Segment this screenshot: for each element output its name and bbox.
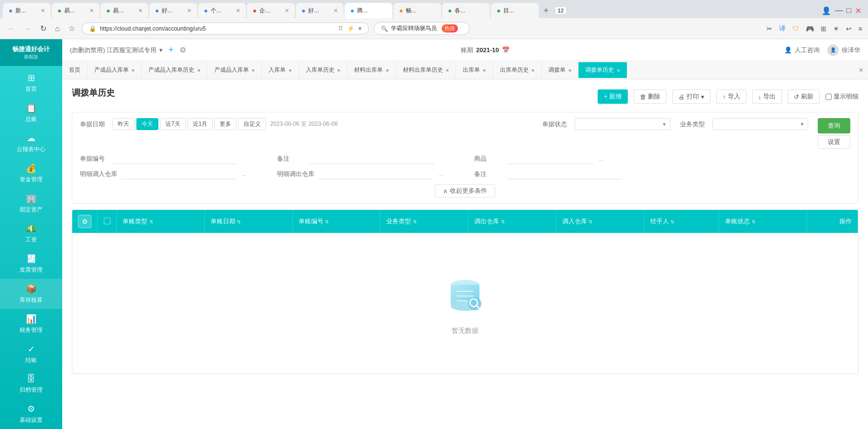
nav-tab-out[interactable]: 出库单 ×: [456, 62, 493, 78]
browser-tab-8[interactable]: ● 腾...: [345, 3, 392, 18]
in-warehouse-input[interactable]: [121, 169, 236, 179]
sidebar-item-archive[interactable]: 🗄 归档管理: [0, 369, 62, 399]
translate-icon[interactable]: 译: [779, 24, 786, 33]
browser-tab-3[interactable]: ● 易... ✕: [100, 3, 148, 18]
status-select[interactable]: ▾: [575, 118, 670, 130]
more-btn[interactable]: 更多: [214, 118, 236, 130]
sort-out-warehouse-icon[interactable]: ⇅: [501, 219, 505, 224]
out-warehouse-dots[interactable]: ...: [439, 171, 444, 177]
nav-tab-close-3[interactable]: ×: [252, 67, 255, 73]
scissors-icon[interactable]: ✂: [767, 25, 772, 33]
sidebar-item-inventory[interactable]: 📦 库存核算: [0, 279, 62, 309]
bookmark-button[interactable]: ☆: [67, 22, 77, 35]
nav-tab-close-7[interactable]: ×: [446, 67, 449, 73]
sort-biztype-icon[interactable]: ⇅: [413, 219, 417, 224]
company-select[interactable]: (勿删勿禁用) 江西服宝测试专用 ▾: [70, 46, 163, 55]
tab-close-6[interactable]: ✕: [285, 8, 289, 14]
col-type[interactable]: 单账类型 ⇅: [117, 210, 205, 233]
col-in-warehouse[interactable]: 调入仓库 ⇅: [556, 210, 644, 233]
brightness-icon[interactable]: ☀: [833, 25, 839, 33]
sidebar-item-home[interactable]: ⊞ 首页: [0, 68, 62, 98]
nav-tab-close-2[interactable]: ×: [197, 67, 200, 73]
sort-handler-icon[interactable]: ⇅: [670, 219, 674, 224]
nav-tab-home[interactable]: 首页: [62, 62, 88, 78]
browser-tab-10[interactable]: ● 各...: [442, 3, 490, 18]
delete-button[interactable]: 🗑 删除: [634, 89, 667, 104]
nav-tab-close-11[interactable]: ×: [617, 67, 620, 73]
sort-no-icon[interactable]: ⇅: [325, 219, 329, 224]
tab-close-7[interactable]: ✕: [334, 8, 338, 14]
home-button[interactable]: ⌂: [53, 22, 62, 35]
browser-tab-5[interactable]: ● 个... ✕: [198, 3, 246, 18]
nav-tab-close-4[interactable]: ×: [289, 67, 291, 73]
gamepad-icon[interactable]: 🎮: [806, 25, 814, 33]
col-date[interactable]: 单账日期 ⇅: [204, 210, 292, 233]
search-bar[interactable]: 🔍 学霸应聘场驱鸟员 热搜: [374, 22, 469, 35]
display-detail-checkbox[interactable]: [825, 94, 832, 100]
print-dropdown-icon[interactable]: ▾: [701, 93, 704, 100]
minimize-icon[interactable]: —: [835, 6, 843, 15]
biztype-select[interactable]: ▾: [712, 118, 808, 130]
sort-in-warehouse-icon[interactable]: ⇅: [589, 219, 592, 224]
dropdown-icon[interactable]: ▾: [358, 25, 362, 32]
browser-tab-1[interactable]: ● 新... ✕: [3, 3, 51, 18]
table-gear-button[interactable]: ⚙: [78, 215, 91, 228]
print-button[interactable]: 🖨 打印 ▾: [672, 89, 711, 104]
shield-icon[interactable]: 🛡: [792, 25, 799, 33]
nav-tab-close-9[interactable]: ×: [532, 67, 534, 73]
col-status[interactable]: 单账状态 ⇅: [719, 210, 807, 233]
undo-icon[interactable]: ↩: [846, 25, 852, 33]
forward-button[interactable]: →: [22, 22, 33, 35]
col-biztype[interactable]: 业务类型 ⇅: [380, 210, 468, 233]
col-handler[interactable]: 经手人 ⇅: [644, 210, 719, 233]
import-button[interactable]: ↑ 导入: [716, 89, 746, 104]
refresh-button[interactable]: ↻: [38, 22, 48, 35]
filter-settings-button[interactable]: 设置: [818, 135, 850, 149]
docno-input[interactable]: [112, 154, 237, 164]
nav-tab-production-in2[interactable]: 产成品入库单 ×: [208, 62, 262, 78]
back-button[interactable]: ←: [6, 22, 17, 35]
nav-tab-production-in-history[interactable]: 产成品入库单历史 ×: [142, 62, 207, 78]
calendar-icon[interactable]: 📅: [502, 46, 510, 54]
goods-input[interactable]: [507, 154, 593, 164]
address-bar[interactable]: 🔒 https://cloud.chanjet.com/accounting/u…: [82, 22, 369, 34]
custom-btn[interactable]: 自定义: [238, 118, 266, 130]
browser-tab-2[interactable]: ● 易... ✕: [52, 3, 100, 18]
col-out-warehouse[interactable]: 调出仓库 ⇅: [468, 210, 556, 233]
in-warehouse-dots[interactable]: ...: [242, 171, 246, 177]
today-btn[interactable]: 今天: [136, 118, 158, 130]
month-btn[interactable]: 近1月: [188, 118, 213, 130]
sidebar-item-invoice[interactable]: 🧾 发票管理: [0, 249, 62, 279]
note-input[interactable]: [507, 169, 622, 179]
nav-tab-in-history[interactable]: 入库单历史 ×: [299, 62, 347, 78]
sidebar-item-assets[interactable]: 🏢 固定资产: [0, 188, 62, 219]
col-checkbox[interactable]: [98, 210, 117, 233]
new-button[interactable]: + 新增: [598, 89, 628, 104]
service-link[interactable]: 👤 人工咨询: [784, 46, 820, 55]
user-profile[interactable]: 👤 徐泽华: [827, 44, 860, 56]
query-button[interactable]: 查询: [818, 118, 850, 133]
browser-tab-11[interactable]: ● 目...: [491, 3, 539, 18]
collapse-button[interactable]: ∧ 收起更多条件: [435, 184, 495, 198]
nav-tab-transfer-history[interactable]: 调拨单历史 ×: [579, 62, 627, 78]
nav-tab-material-out[interactable]: 材料出库单 ×: [347, 62, 396, 78]
sort-type-icon[interactable]: ⇅: [149, 219, 153, 224]
tab-close-2[interactable]: ✕: [89, 8, 94, 14]
sidebar-item-ledger[interactable]: 📋 总账: [0, 98, 62, 128]
grid-icon[interactable]: ⊞: [821, 25, 826, 33]
sidebar-item-finance[interactable]: 💰 资金管理: [0, 158, 62, 188]
browser-tab-4[interactable]: ● 好... ✕: [149, 3, 197, 18]
maximize-icon[interactable]: □: [846, 6, 851, 15]
browser-tab-9[interactable]: ● 畅...: [393, 3, 441, 18]
sidebar-item-reports[interactable]: ☁ 云报表中心: [0, 128, 62, 158]
new-tab-button[interactable]: +: [540, 6, 553, 16]
company-dropdown-icon[interactable]: ▾: [159, 46, 163, 54]
week-btn[interactable]: 近7天: [160, 118, 186, 130]
nav-tab-close-1[interactable]: ×: [132, 67, 134, 73]
select-all-checkbox[interactable]: [104, 218, 111, 224]
close-window-icon[interactable]: ✕: [855, 6, 861, 15]
tab-close-3[interactable]: ✕: [138, 8, 143, 14]
tab-close-1[interactable]: ✕: [41, 8, 45, 14]
yesterday-btn[interactable]: 昨天: [112, 118, 134, 130]
nav-tab-out-history[interactable]: 出库单历史 ×: [493, 62, 542, 78]
